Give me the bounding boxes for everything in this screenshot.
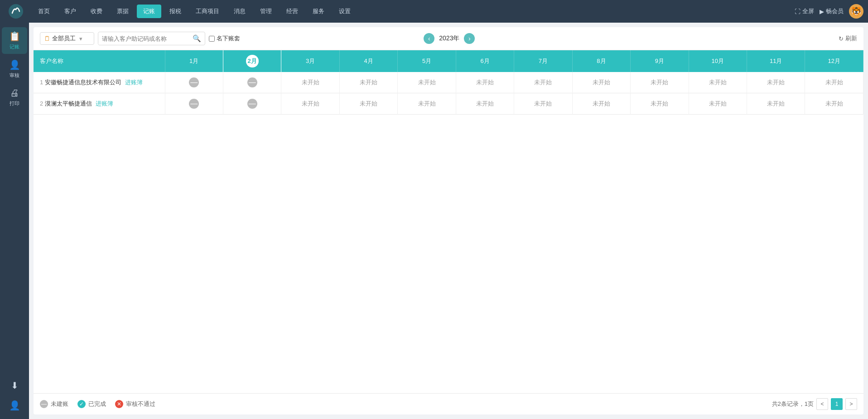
month-cell-9: 未开始 [631,72,689,93]
enter-ledger-link[interactable]: 进账簿 [96,100,113,107]
sidebar-item-audit[interactable]: 👤 审核 [2,56,27,82]
nav-items: 首页 客户 收费 票据 记账 报税 工商项目 消息 管理 经营 服务 设置 [32,5,795,18]
legend-not-created-icon: — [40,400,48,408]
checkbox-label: 名下账套 [217,34,240,43]
customer-name-cell: 1安徽畅捷通信息技术有限公司进账簿 [34,72,165,93]
employee-select[interactable]: 🗒 全部员工 ▾ [40,32,94,45]
month-cell-7: 未开始 [514,93,572,115]
page-container: 🗒 全部员工 ▾ 🔍 名下账套 ‹ 2023年 › [34,27,863,414]
content-area: 🗒 全部员工 ▾ 🔍 名下账套 ‹ 2023年 › [29,23,868,419]
year-label: 2023年 [439,34,459,43]
nav-tax[interactable]: 报税 [163,5,188,18]
legend-rejected-label: 审核不通过 [126,400,155,408]
status-minus-icon: — [247,99,257,109]
main-layout: 📋 记账 👤 审核 🖨 打印 ⬇ 👤 🗒 全部员工 [0,23,868,419]
checkbox-under-account[interactable]: 名下账套 [209,34,240,43]
nav-business[interactable]: 工商项目 [189,5,226,18]
month-cell-6: 未开始 [456,93,514,115]
status-not-started: 未开始 [593,79,610,86]
nav-right: ⛶ 全屏 ▶ 畅会员 🐯 [795,4,863,19]
month-cell-3: 未开始 [281,72,339,93]
customer-name-cell: 2漠澜太平畅捷通信进账簿 [34,93,165,115]
next-year-button[interactable]: › [464,33,475,44]
status-minus-icon: — [247,77,257,87]
audit-icon: 👤 [9,59,20,70]
month-cell-7: 未开始 [514,72,572,93]
status-not-started: 未开始 [709,79,727,86]
checkbox-input[interactable] [209,36,215,42]
active-month-circle: 2月 [246,55,259,67]
th-jul: 7月 [514,50,572,72]
sidebar-item-print[interactable]: 🖨 打印 [2,84,27,111]
refresh-icon: ↻ [839,35,844,42]
table-footer: — 未建账 ✓ 已完成 ✕ 审核不通过 共2条记录，1页 < 1 > [34,393,863,414]
status-not-started: 未开始 [593,100,610,107]
search-button[interactable]: 🔍 [189,32,205,45]
year-nav: ‹ 2023年 › [424,33,475,44]
customer-name: 安徽畅捷通信息技术有限公司 [45,79,121,86]
th-sep: 9月 [631,50,689,72]
month-cell-11: 未开始 [747,72,805,93]
month-cell-10: 未开始 [689,72,747,93]
toolbar: 🗒 全部员工 ▾ 🔍 名下账套 ‹ 2023年 › [34,27,863,50]
accounting-icon: 📋 [9,31,20,42]
next-page-button[interactable]: > [845,398,857,410]
month-cell-8: 未开始 [572,93,630,115]
month-cell-2: — [223,72,281,93]
nav-customer[interactable]: 客户 [58,5,82,18]
total-label: 共2条记录，1页 [772,400,814,408]
vip-button[interactable]: ▶ 畅会员 [820,7,844,15]
nav-message[interactable]: 消息 [227,5,252,18]
current-page-button[interactable]: 1 [831,398,843,410]
nav-invoice[interactable]: 票据 [111,5,135,18]
th-aug: 8月 [572,50,630,72]
employee-label: 全部员工 [52,34,76,43]
enter-ledger-link[interactable]: 进账簿 [125,79,143,86]
nav-settings[interactable]: 设置 [333,5,357,18]
prev-page-button[interactable]: < [816,398,828,410]
status-not-started: 未开始 [534,100,552,107]
employee-icon: 🗒 [44,35,50,42]
sidebar: 📋 记账 👤 审核 🖨 打印 ⬇ 👤 [0,23,29,419]
status-not-started: 未开始 [651,79,668,86]
th-nov: 11月 [747,50,805,72]
legend-not-created-label: 未建账 [51,400,68,408]
month-cell-2: — [223,93,281,115]
legend-done-icon: ✓ [77,400,86,408]
search-input[interactable] [98,33,189,44]
avatar[interactable]: 🐯 [849,4,863,19]
nav-accounting[interactable]: 记账 [137,5,161,18]
nav-manage[interactable]: 管理 [254,5,278,18]
status-not-started: 未开始 [651,100,668,107]
legend-done: ✓ 已完成 [77,400,106,408]
th-dec: 12月 [805,50,863,72]
status-not-started: 未开始 [418,100,436,107]
status-not-started: 未开始 [825,100,843,107]
nav-home[interactable]: 首页 [32,5,56,18]
fullscreen-icon: ⛶ [795,8,800,15]
nav-service[interactable]: 服务 [306,5,331,18]
legend-rejected: ✕ 审核不通过 [115,400,155,408]
status-not-started: 未开始 [476,79,494,86]
sidebar-item-user[interactable]: 👤 [2,396,27,414]
print-icon: 🖨 [10,88,19,98]
logo-icon [9,4,23,19]
nav-fee[interactable]: 收费 [84,5,109,18]
fullscreen-button[interactable]: ⛶ 全屏 [795,7,814,15]
refresh-button[interactable]: ↻ 刷新 [839,34,857,43]
status-not-started: 未开始 [360,100,377,107]
customer-name: 漠澜太平畅捷通信 [45,100,92,107]
row-index: 1 [40,79,43,86]
table-row: 2漠澜太平畅捷通信进账簿——未开始未开始未开始未开始未开始未开始未开始未开始未开… [34,93,863,115]
month-cell-12: 未开始 [805,93,863,115]
sidebar-label-accounting: 记账 [10,43,19,50]
status-minus-icon: — [189,77,199,87]
prev-year-button[interactable]: ‹ [424,33,434,44]
month-cell-12: 未开始 [805,72,863,93]
sidebar-item-download[interactable]: ⬇ [2,376,27,395]
sidebar-item-accounting[interactable]: 📋 记账 [2,27,27,54]
month-cell-1: — [165,93,223,115]
nav-operation[interactable]: 经营 [280,5,304,18]
fullscreen-label: 全屏 [802,7,814,15]
status-not-started: 未开始 [709,100,727,107]
